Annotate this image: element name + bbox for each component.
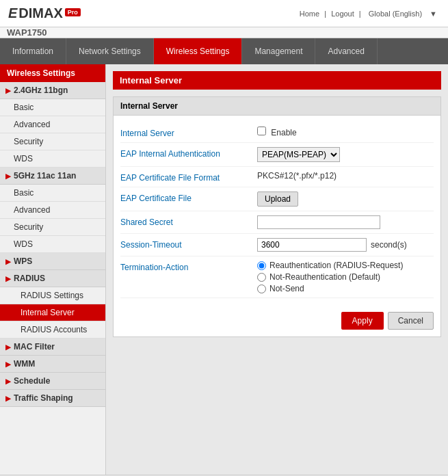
group-label-schedule: Schedule <box>14 376 50 386</box>
arrow-icon: ▶ <box>5 87 11 94</box>
language-selector[interactable]: Global (English) <box>369 10 422 18</box>
group-label-mac-filter: MAC Filter <box>14 342 55 352</box>
sidebar-item-5-advanced[interactable]: Advanced <box>0 202 105 219</box>
nav-information[interactable]: Information <box>0 38 66 64</box>
language-dropdown-icon[interactable]: ▼ <box>430 10 437 18</box>
sidebar-group-traffic-shaping[interactable]: ▶ Traffic Shaping <box>0 390 105 407</box>
value-eap-auth: PEAP(MS-PEAP) <box>257 147 434 162</box>
content-area: Internal Server Internal Server Internal… <box>106 64 448 475</box>
checkbox-label-enable: Enable <box>271 128 296 137</box>
form: Internal Server Enable EAP Internal Auth… <box>114 116 440 305</box>
sidebar-item-5-security[interactable]: Security <box>0 219 105 236</box>
form-row-eap-auth: EAP Internal Authentication PEAP(MS-PEAP… <box>120 143 434 167</box>
input-shared-secret[interactable] <box>257 215 380 229</box>
label-session-timeout: Session-Timeout <box>120 238 257 250</box>
value-shared-secret <box>257 215 434 229</box>
logout-link[interactable]: Logout <box>331 10 354 18</box>
radio-label-no-reauth: Not-Reauthentication (Default) <box>269 272 380 282</box>
value-cert-file: Upload <box>257 191 434 207</box>
label-internal-server: Internal Server <box>120 127 257 138</box>
group-label-wmm: WMM <box>14 359 35 369</box>
radio-row-no-reauth: Not-Reauthentication (Default) <box>257 272 434 282</box>
group-label-24ghz: 2.4GHz 11bgn <box>14 85 68 95</box>
suffix-seconds: second(s) <box>371 240 407 250</box>
sidebar-group-wps[interactable]: ▶ WPS <box>0 253 105 270</box>
label-eap-auth: EAP Internal Authentication <box>120 147 257 159</box>
form-row-cert-format: EAP Certificate File Format PKCS#12(*.pf… <box>120 167 434 187</box>
sidebar-group-wmm[interactable]: ▶ WMM <box>0 356 105 373</box>
logo-pro-badge: Pro <box>65 8 81 16</box>
checkbox-internal-server[interactable] <box>257 127 266 135</box>
label-termination-action: Termination-Action <box>120 261 257 272</box>
sidebar-group-24ghz[interactable]: ▶ 2.4GHz 11bgn <box>0 82 105 99</box>
sidebar-item-24-wds[interactable]: WDS <box>0 150 105 168</box>
arrow-icon-traffic: ▶ <box>5 395 11 402</box>
main-panel: Internal Server Internal Server Enable E… <box>113 96 441 337</box>
radio-group-termination: Reauthentication (RADIUS-Request) Not-Re… <box>257 261 434 293</box>
radio-label-not-send: Not-Send <box>269 284 304 293</box>
sidebar: Wireless Settings ▶ 2.4GHz 11bgn Basic A… <box>0 64 106 475</box>
apply-button[interactable]: Apply <box>341 312 384 330</box>
label-cert-format: EAP Certificate File Format <box>120 171 257 183</box>
label-shared-secret: Shared Secret <box>120 215 257 227</box>
sidebar-item-radius-settings[interactable]: RADIUS Settings <box>0 287 105 304</box>
sidebar-item-24-basic[interactable]: Basic <box>0 99 105 116</box>
upload-button[interactable]: Upload <box>257 191 298 207</box>
radio-no-reauth[interactable] <box>257 273 266 282</box>
logo-text2: DIMAX <box>18 5 62 21</box>
arrow-icon-wmm: ▶ <box>5 360 11 368</box>
select-eap-auth[interactable]: PEAP(MS-PEAP) <box>257 147 340 162</box>
radio-label-reauth: Reauthentication (RADIUS-Request) <box>269 261 403 270</box>
home-link[interactable]: Home <box>300 10 319 18</box>
radio-not-send[interactable] <box>257 285 266 293</box>
form-row-internal-server: Internal Server Enable <box>120 122 434 143</box>
sidebar-item-5-basic[interactable]: Basic <box>0 185 105 202</box>
arrow-icon-schedule: ▶ <box>5 378 11 385</box>
arrow-icon-5g: ▶ <box>5 172 11 180</box>
logo-text: E <box>8 5 17 21</box>
arrow-icon-radius: ▶ <box>5 275 11 282</box>
logo: EDIMAX Pro <box>8 5 81 21</box>
sidebar-group-schedule[interactable]: ▶ Schedule <box>0 373 105 390</box>
value-cert-format: PKCS#12(*.pfx/*.p12) <box>257 171 434 181</box>
arrow-icon-mac: ▶ <box>5 343 11 351</box>
cancel-button[interactable]: Cancel <box>388 312 434 330</box>
panel-header: Internal Server <box>114 97 440 116</box>
form-row-shared-secret: Shared Secret <box>120 211 434 234</box>
action-row: Apply Cancel <box>114 305 440 336</box>
radio-reauth[interactable] <box>257 261 266 270</box>
nav-wireless-settings[interactable]: Wireless Settings <box>154 38 243 64</box>
group-label-traffic-shaping: Traffic Shaping <box>14 393 73 403</box>
group-label-5ghz: 5GHz 11ac 11an <box>14 171 76 181</box>
page-title: Internal Server <box>113 71 441 90</box>
sidebar-item-radius-accounts[interactable]: RADIUS Accounts <box>0 321 105 339</box>
sidebar-section-title: Wireless Settings <box>0 64 105 82</box>
sidebar-item-internal-server[interactable]: Internal Server <box>0 304 105 321</box>
sidebar-group-mac-filter[interactable]: ▶ MAC Filter <box>0 339 105 356</box>
nav-advanced[interactable]: Advanced <box>315 38 377 64</box>
header-links: Home | Logout | Global (English) ▼ <box>300 10 440 18</box>
group-label-radius: RADIUS <box>14 274 45 283</box>
input-session-timeout[interactable] <box>257 238 367 252</box>
sidebar-item-24-security[interactable]: Security <box>0 133 105 150</box>
group-label-wps: WPS <box>14 256 32 266</box>
radio-row-reauth: Reauthentication (RADIUS-Request) <box>257 261 434 270</box>
value-session-timeout: second(s) <box>257 238 434 252</box>
main-nav: Information Network Settings Wireless Se… <box>0 38 448 64</box>
sidebar-item-24-advanced[interactable]: Advanced <box>0 116 105 133</box>
arrow-icon-wps: ▶ <box>5 258 11 265</box>
form-row-cert-file: EAP Certificate File Upload <box>120 187 434 211</box>
sidebar-group-radius[interactable]: ▶ RADIUS <box>0 270 105 287</box>
form-row-termination-action: Termination-Action Reauthentication (RAD… <box>120 256 434 298</box>
form-row-session-timeout: Session-Timeout second(s) <box>120 234 434 256</box>
value-termination-action: Reauthentication (RADIUS-Request) Not-Re… <box>257 261 434 293</box>
label-cert-file: EAP Certificate File <box>120 191 257 203</box>
nav-management[interactable]: Management <box>242 38 315 64</box>
main-layout: Wireless Settings ▶ 2.4GHz 11bgn Basic A… <box>0 64 448 475</box>
radio-row-not-send: Not-Send <box>257 284 434 293</box>
header: EDIMAX Pro Home | Logout | Global (Engli… <box>0 0 448 27</box>
nav-network-settings[interactable]: Network Settings <box>66 38 154 64</box>
sidebar-item-5-wds[interactable]: WDS <box>0 236 105 253</box>
value-internal-server: Enable <box>257 127 434 137</box>
sidebar-group-5ghz[interactable]: ▶ 5GHz 11ac 11an <box>0 168 105 185</box>
